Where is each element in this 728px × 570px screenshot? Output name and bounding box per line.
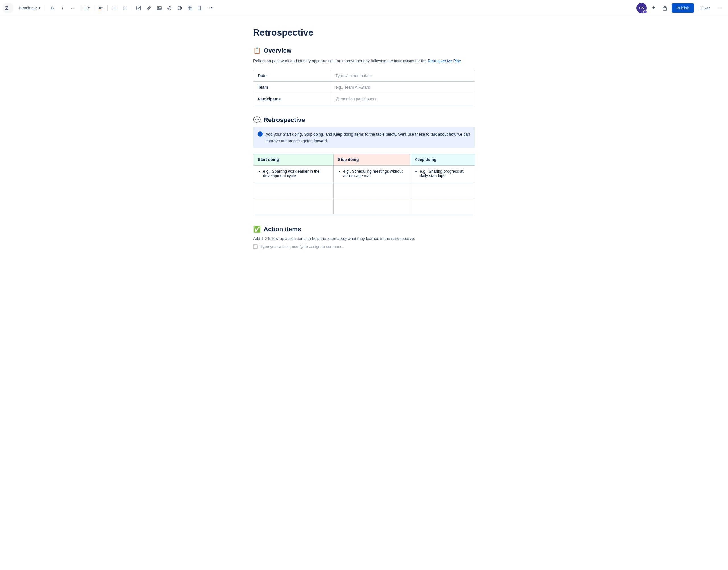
- keep-doing-cell-1[interactable]: e.g., Sharing progress at daily standups: [410, 166, 475, 182]
- toolbar: Z Heading 2 ▾ B I ··· ▾ A ▾: [0, 0, 728, 16]
- retro-row-1: e.g., Sparring work earlier in the devel…: [253, 166, 475, 182]
- insert-chevron-icon: ▾: [211, 6, 213, 9]
- stop-doing-cell-1[interactable]: e.g., Scheduling meetings without a clea…: [333, 166, 410, 182]
- keep-doing-cell-3[interactable]: [410, 198, 475, 214]
- heading-style-label: Heading 2: [19, 6, 37, 10]
- date-value[interactable]: Type // to add a date: [331, 70, 475, 82]
- stop-doing-cell-2[interactable]: [333, 182, 410, 198]
- avatar-badge: [643, 10, 647, 14]
- overview-icon: 📋: [253, 47, 261, 54]
- svg-text:3: 3: [123, 8, 124, 10]
- overview-heading-text: Overview: [264, 47, 292, 54]
- start-doing-header: Start doing: [253, 154, 334, 166]
- svg-rect-28: [198, 6, 200, 10]
- svg-point-9: [112, 9, 113, 9]
- svg-rect-4: [84, 9, 88, 9]
- action-item-row: Type your action, use @ to assign to som…: [253, 244, 475, 249]
- text-color-button[interactable]: A ▾: [96, 3, 105, 13]
- svg-rect-2: [84, 7, 88, 7]
- info-icon: i: [258, 131, 263, 136]
- more-formatting-button[interactable]: ···: [68, 3, 77, 13]
- participants-value[interactable]: @ mention participants: [331, 93, 475, 105]
- svg-rect-16: [124, 9, 126, 9]
- close-button[interactable]: Close: [696, 3, 713, 13]
- action-placeholder[interactable]: Type your action, use @ to assign to som…: [261, 244, 344, 249]
- emoji-button[interactable]: [175, 3, 184, 13]
- toolbar-divider-4: [107, 5, 108, 11]
- list-item: e.g., Scheduling meetings without a clea…: [343, 169, 405, 178]
- svg-point-21: [178, 7, 179, 8]
- overview-description: Reflect on past work and identify opport…: [253, 58, 475, 64]
- avatar[interactable]: CK: [637, 3, 647, 13]
- action-checkbox[interactable]: [253, 244, 258, 249]
- retro-row-2: [253, 182, 475, 198]
- publish-button[interactable]: Publish: [672, 3, 694, 13]
- table-button[interactable]: [186, 3, 195, 13]
- bold-button[interactable]: B: [48, 3, 57, 13]
- svg-rect-12: [124, 7, 126, 7]
- info-box-text: Add your Start doing, Stop doing, and Ke…: [266, 131, 470, 144]
- action-items-section: ✅ Action items Add 1-2 follow-up action …: [253, 226, 475, 249]
- heading-style-dropdown[interactable]: Heading 2 ▾: [16, 5, 43, 11]
- start-doing-cell-1[interactable]: e.g., Sparring work earlier in the devel…: [253, 166, 334, 182]
- retrospective-section: 💬 Retrospective i Add your Start doing, …: [253, 116, 475, 214]
- svg-rect-3: [84, 8, 87, 8]
- lock-button[interactable]: [660, 3, 669, 13]
- retrospective-icon: 💬: [253, 116, 261, 124]
- retrospective-heading-text: Retrospective: [264, 116, 305, 124]
- retro-table-header-row: Start doing Stop doing Keep doing: [253, 154, 475, 166]
- date-label: Date: [253, 70, 331, 82]
- svg-rect-6: [114, 7, 116, 7]
- participants-label: Participants: [253, 93, 331, 105]
- retro-table: Start doing Stop doing Keep doing e.g., …: [253, 154, 475, 214]
- avatar-group: CK: [637, 3, 647, 13]
- text-color-label: A: [98, 6, 101, 10]
- image-button[interactable]: [155, 3, 164, 13]
- link-button[interactable]: [144, 3, 153, 13]
- svg-rect-23: [188, 6, 192, 10]
- action-items-icon: ✅: [253, 226, 261, 233]
- svg-rect-29: [201, 6, 202, 10]
- svg-rect-8: [114, 8, 116, 8]
- task-list-button[interactable]: [134, 3, 143, 13]
- keep-doing-cell-2[interactable]: [410, 182, 475, 198]
- list-item: e.g., Sharing progress at daily standups: [420, 169, 470, 178]
- retrospective-heading: 💬 Retrospective: [253, 116, 475, 124]
- align-button[interactable]: ▾: [82, 3, 91, 13]
- stop-doing-cell-3[interactable]: [333, 198, 410, 214]
- info-table: Date Type // to add a date Team e.g., Te…: [253, 70, 475, 105]
- team-value[interactable]: e.g., Team All-Stars: [331, 82, 475, 93]
- retro-row-3: [253, 198, 475, 214]
- plus-icon: +: [209, 5, 211, 11]
- more-options-button[interactable]: ···: [715, 3, 725, 13]
- toolbar-right: CK + Publish Close ···: [637, 3, 725, 13]
- italic-button[interactable]: I: [58, 3, 67, 13]
- numbered-list-button[interactable]: 1 2 3: [120, 3, 129, 13]
- mention-button[interactable]: @: [165, 3, 174, 13]
- table-row: Participants @ mention participants: [253, 93, 475, 105]
- column-layout-button[interactable]: [196, 3, 205, 13]
- table-row: Team e.g., Team All-Stars: [253, 82, 475, 93]
- color-chevron-icon: ▾: [101, 6, 103, 9]
- svg-rect-17: [137, 6, 141, 10]
- start-doing-cell-2[interactable]: [253, 182, 334, 198]
- info-box: i Add your Start doing, Stop doing, and …: [253, 127, 475, 148]
- svg-point-5: [112, 6, 113, 7]
- chevron-down-icon: ▾: [39, 6, 40, 9]
- start-doing-cell-3[interactable]: [253, 198, 334, 214]
- keep-doing-header: Keep doing: [410, 154, 475, 166]
- action-items-description: Add 1-2 follow-up action items to help t…: [253, 236, 475, 241]
- bullet-list-button[interactable]: [110, 3, 119, 13]
- svg-rect-10: [114, 9, 116, 9]
- svg-rect-18: [157, 6, 161, 10]
- retrospective-play-link[interactable]: Retrospective Play: [428, 59, 461, 63]
- svg-text:Z: Z: [5, 5, 8, 11]
- svg-point-7: [112, 7, 113, 8]
- page-title: Retrospective: [253, 27, 475, 38]
- team-label: Team: [253, 82, 331, 93]
- svg-point-22: [180, 7, 180, 8]
- add-collaborator-button[interactable]: +: [649, 3, 658, 13]
- insert-button[interactable]: + ▾: [206, 3, 215, 13]
- toolbar-divider-3: [93, 5, 94, 11]
- overview-desc-text2: .: [461, 59, 462, 63]
